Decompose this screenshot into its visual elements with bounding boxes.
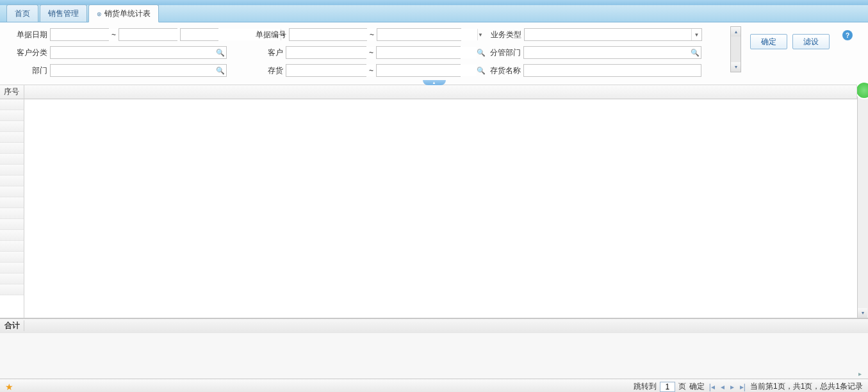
- label-doc-no: 单据编号: [238, 29, 289, 40]
- row-number: [0, 274, 24, 284]
- row-number: [0, 241, 24, 252]
- biz-type-combo[interactable]: ▼: [524, 28, 702, 41]
- row-number: [0, 165, 24, 176]
- biz-type-field[interactable]: [525, 29, 691, 40]
- doc-date-from-input[interactable]: 📅: [50, 28, 109, 41]
- jump-label: 跳转到: [634, 381, 657, 392]
- label-doc-date: 单据日期: [12, 29, 50, 40]
- doc-no-to-combo[interactable]: ▼: [377, 28, 461, 41]
- doc-date-to-input[interactable]: 📅: [119, 28, 177, 41]
- row-number: [0, 154, 24, 165]
- column-header[interactable]: [24, 85, 857, 99]
- tab-label: 销货单统计表: [104, 8, 151, 19]
- data-grid: 序号 ▴ ▾: [0, 85, 868, 318]
- inv-name-input[interactable]: [523, 64, 701, 77]
- doc-no-to-field[interactable]: [377, 29, 477, 40]
- label-dept: 部门: [12, 65, 50, 76]
- label-inventory: 存货: [240, 65, 286, 76]
- range-separator: ~: [370, 30, 374, 39]
- page-unit-label: 页: [678, 381, 686, 392]
- prev-page-icon[interactable]: ◂: [719, 382, 726, 391]
- cust-class-field[interactable]: [51, 47, 215, 58]
- filter-panel: 单据日期 📅 ~ 📅 ▼ 单据编号 ▼ ~ ▼ 业务类型 ▼: [0, 22, 868, 85]
- favorite-icon[interactable]: ★: [5, 382, 15, 392]
- filter-scrollbar[interactable]: ▴ ▾: [730, 26, 741, 72]
- doc-no-from-field[interactable]: [290, 29, 389, 40]
- row-number: [0, 186, 24, 197]
- lookup-icon[interactable]: 🔍: [689, 47, 701, 58]
- tab-sales-stat-report[interactable]: ⊗ 销货单统计表: [88, 4, 159, 22]
- row-number: [0, 132, 24, 143]
- lookup-icon[interactable]: 🔍: [215, 47, 226, 58]
- row-number: [0, 197, 24, 208]
- row-number: [0, 110, 24, 121]
- date-mode-combo[interactable]: ▼: [180, 28, 218, 41]
- scroll-down-icon[interactable]: ▾: [858, 308, 867, 318]
- first-page-icon[interactable]: |◂: [708, 382, 716, 391]
- grid-body: [24, 85, 857, 318]
- row-number: [0, 230, 24, 241]
- customer-to-field[interactable]: [377, 47, 477, 58]
- inventory-to-input[interactable]: 🔍: [376, 64, 461, 77]
- row-number: [0, 219, 24, 230]
- column-header-row: [24, 85, 857, 99]
- dropdown-icon[interactable]: ▼: [691, 29, 701, 40]
- row-number: [0, 263, 24, 274]
- next-page-icon[interactable]: ▸: [729, 382, 735, 391]
- label-inv-name: 存货名称: [472, 65, 523, 76]
- total-label: 合计: [0, 320, 24, 331]
- confirm-button[interactable]: 确定: [750, 34, 787, 49]
- inventory-from-input[interactable]: 🔍: [286, 64, 366, 77]
- row-header-column: 序号: [0, 85, 24, 318]
- label-biz-type: 业务类型: [473, 29, 524, 40]
- customer-from-input[interactable]: 🔍: [286, 46, 366, 59]
- pager: 跳转到 页 确定 |◂ ◂ ▸ ▸| 当前第1页，共1页，总共1条记录: [634, 381, 863, 392]
- inventory-to-field[interactable]: [377, 65, 477, 76]
- last-page-icon[interactable]: ▸|: [739, 382, 747, 391]
- branch-dept-input[interactable]: 🔍: [523, 46, 701, 59]
- range-separator: ~: [369, 66, 373, 75]
- scroll-right-icon[interactable]: ▸: [858, 370, 862, 377]
- row-number: [0, 176, 24, 186]
- floating-action-icon[interactable]: [855, 81, 868, 99]
- dept-field[interactable]: [51, 65, 215, 76]
- total-row: 合计: [0, 318, 868, 332]
- page-info: 当前第1页，共1页，总共1条记录: [750, 381, 863, 392]
- grid-empty-area: [24, 99, 857, 304]
- tab-home[interactable]: 首页: [6, 4, 38, 22]
- cust-class-input[interactable]: 🔍: [50, 46, 227, 59]
- tab-strip: 首页 销售管理 ⊗ 销货单统计表: [0, 5, 868, 22]
- label-customer: 客户: [240, 47, 286, 58]
- filter-button[interactable]: 滤设: [792, 34, 830, 49]
- help-icon[interactable]: ?: [842, 30, 853, 40]
- page-number-input[interactable]: [660, 382, 675, 392]
- doc-no-from-combo[interactable]: ▼: [289, 28, 367, 41]
- row-number: [0, 252, 24, 263]
- scroll-up-icon[interactable]: ▴: [731, 27, 741, 37]
- close-tab-icon[interactable]: ⊗: [97, 11, 102, 17]
- collapse-handle[interactable]: ▲: [423, 80, 446, 85]
- range-separator: ~: [369, 48, 373, 57]
- grid-vertical-scrollbar[interactable]: ▴ ▾: [857, 85, 868, 318]
- row-number: [0, 284, 24, 295]
- row-number: [0, 99, 24, 110]
- chevron-up-icon: ▲: [432, 81, 436, 85]
- row-number: [0, 208, 24, 219]
- tab-sales-management[interactable]: 销售管理: [40, 4, 87, 22]
- row-number: [0, 121, 24, 132]
- row-number: [0, 143, 24, 154]
- action-buttons: 确定 滤设: [750, 34, 830, 49]
- seq-header: 序号: [0, 85, 24, 99]
- branch-dept-field[interactable]: [524, 47, 689, 58]
- range-separator: ~: [111, 30, 116, 39]
- lookup-icon[interactable]: 🔍: [215, 65, 226, 76]
- pager-confirm-link[interactable]: 确定: [689, 381, 705, 392]
- label-cust-class: 客户分类: [12, 47, 50, 58]
- status-bar: ★ 跳转到 页 确定 |◂ ◂ ▸ ▸| 当前第1页，共1页，总共1条记录: [0, 379, 868, 392]
- detail-panel: ▸: [0, 332, 868, 379]
- dept-input[interactable]: 🔍: [50, 64, 227, 77]
- label-branch-dept: 分管部门: [472, 47, 523, 58]
- customer-to-input[interactable]: 🔍: [376, 46, 461, 59]
- scroll-down-icon[interactable]: ▾: [731, 62, 741, 72]
- inv-name-field[interactable]: [524, 65, 701, 76]
